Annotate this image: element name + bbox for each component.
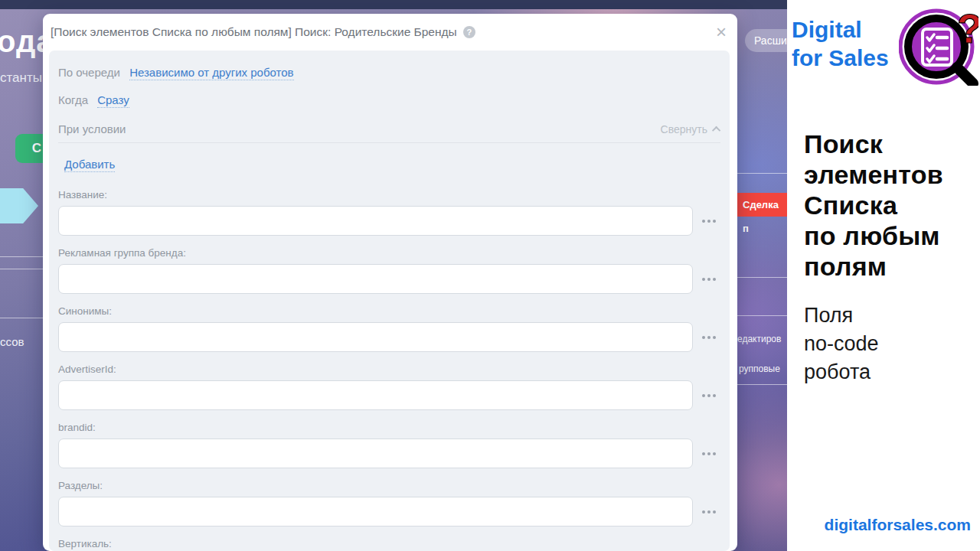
background-row-line	[737, 384, 787, 385]
robot-settings-modal: [Поиск элементов Списка по любым полям] …	[43, 14, 737, 551]
field-input[interactable]	[58, 264, 693, 294]
magnifier-checklist-icon: ?	[899, 6, 978, 86]
ellipsis-menu-icon[interactable]	[697, 510, 720, 514]
queue-row: По очереди Независимо от других роботов	[58, 66, 720, 79]
when-mode-link[interactable]: Сразу	[97, 93, 129, 108]
queue-mode-link[interactable]: Независимо от других роботов	[129, 66, 293, 80]
banner-subtitle: Поля no-code робота	[804, 302, 879, 386]
form-field: Разделы:	[58, 480, 720, 527]
field-label: Синонимы:	[58, 305, 720, 317]
field-input-row	[58, 264, 720, 294]
condition-label: При условии	[58, 122, 126, 135]
form-field: Синонимы:	[58, 305, 720, 352]
collapse-button[interactable]: Свернуть	[661, 123, 720, 135]
background-row-line	[737, 173, 787, 174]
background-row-line	[0, 269, 43, 269]
background-deal-badge[interactable]: Сделка п	[737, 193, 787, 217]
background-group-fragment: рупповые	[739, 364, 780, 374]
background-menu-fragment: станты	[0, 70, 42, 86]
field-input[interactable]	[58, 497, 693, 527]
form-field: AdvertiserId:	[58, 364, 720, 410]
background-expand-button[interactable]: Расши	[745, 29, 792, 52]
field-input[interactable]	[58, 380, 693, 410]
background-row-line	[737, 277, 787, 278]
brand-logo-text: Digital for Sales	[792, 15, 889, 72]
form-field: brandid:	[58, 422, 720, 468]
field-input-row	[58, 380, 720, 410]
background-list-fragment: ссов	[0, 335, 24, 348]
fields-list: Название: Рекламная группа бренда: Синон…	[58, 189, 720, 551]
field-input-row	[58, 322, 720, 352]
form-field: Вертикаль:	[58, 538, 720, 551]
field-input-row	[58, 497, 720, 527]
svg-text:?: ?	[957, 6, 978, 51]
help-icon[interactable]: ?	[463, 26, 475, 38]
form-field: Рекламная группа бренда:	[58, 247, 720, 294]
field-label: brandid:	[58, 422, 720, 433]
condition-row: При условии Свернуть	[58, 122, 720, 143]
field-input[interactable]	[58, 322, 693, 352]
modal-title: [Поиск элементов Списка по любым полям] …	[51, 25, 457, 39]
ellipsis-menu-icon[interactable]	[697, 394, 720, 397]
add-row: Добавить	[58, 158, 720, 171]
banner-heading: Поиск элементов Списка по любым полям	[804, 129, 943, 282]
field-label: Разделы:	[58, 480, 720, 491]
queue-label: По очереди	[58, 66, 120, 79]
field-input-row	[58, 439, 720, 468]
field-label: Рекламная группа бренда:	[58, 247, 720, 259]
promo-banner: Digital for Sales ? Поиск элементов Спис…	[787, 0, 980, 551]
website-url: digitalforsales.com	[825, 516, 971, 534]
background-edit-fragment: едактиров	[737, 334, 781, 344]
field-label: AdvertiserId:	[58, 364, 720, 375]
field-input[interactable]	[58, 206, 693, 236]
stage-arrow-icon	[0, 188, 38, 223]
ellipsis-menu-icon[interactable]	[697, 336, 720, 339]
background-row-line	[0, 256, 43, 257]
field-label: Название:	[58, 189, 720, 201]
background-row-line	[0, 318, 43, 318]
background-green-button[interactable]: С	[15, 134, 44, 163]
when-row: Когда Сразу	[58, 93, 720, 106]
ellipsis-menu-icon[interactable]	[697, 220, 720, 223]
field-input[interactable]	[58, 439, 693, 468]
collapse-label: Свернуть	[661, 123, 707, 135]
robot-settings-panel: По очереди Независимо от других роботов …	[49, 51, 730, 551]
form-field: Название:	[58, 189, 720, 236]
close-icon[interactable]: ×	[716, 24, 727, 40]
add-condition-link[interactable]: Добавить	[64, 158, 115, 172]
ellipsis-menu-icon[interactable]	[697, 452, 720, 455]
background-top-bar	[0, 0, 787, 9]
field-label: Вертикаль:	[58, 538, 720, 549]
field-input-row	[58, 206, 720, 236]
chevron-up-icon	[712, 126, 720, 134]
background-row-line	[737, 315, 787, 316]
when-label: Когда	[58, 93, 88, 106]
modal-header: [Поиск элементов Списка по любым полям] …	[43, 14, 737, 51]
ellipsis-menu-icon[interactable]	[697, 278, 720, 281]
